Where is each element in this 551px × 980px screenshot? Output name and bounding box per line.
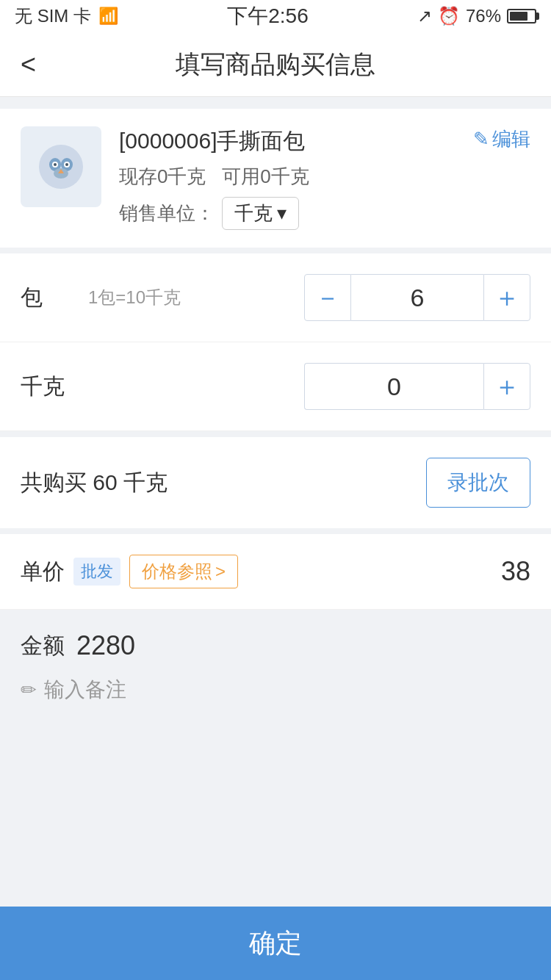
price-value: 38 [501,556,530,587]
amount-row: 金额 2280 [21,630,530,661]
kg-qty-controls: 0 ＋ [304,363,530,410]
unit-select[interactable]: 千克 ▾ [222,197,299,230]
chevron-right-icon: > [215,561,226,582]
total-row: 共购买 60 千克 录批次 [0,431,551,528]
kg-increment-button[interactable]: ＋ [483,363,530,410]
bag-qty-controls: － 6 ＋ [304,274,530,321]
note-placeholder: 输入备注 [44,676,126,704]
price-left: 单价 批发 价格参照 > [21,555,238,588]
total-text: 共购买 60 千克 [21,468,168,498]
back-button[interactable]: < [21,49,36,80]
confirm-bar[interactable]: 确定 [0,907,551,980]
battery-icon [507,9,536,24]
wifi-icon: 📶 [98,7,118,26]
kg-qty-row: 千克 0 ＋ [0,342,551,431]
batch-button[interactable]: 录批次 [426,458,530,508]
price-label: 单价 [21,557,65,587]
nav-bar: < 填写商品购买信息 [0,32,551,97]
amount-section: 金额 2280 ✏ 输入备注 [0,610,551,718]
kg-qty-input[interactable]: 0 [304,363,483,410]
location-icon: ↗ [417,6,432,26]
bag-qty-input[interactable]: 6 [351,274,483,321]
product-info: [0000006]手撕面包 ✎ 编辑 现存0千克 可用0千克 销售单位： 千克 … [119,126,530,230]
product-image [21,126,101,207]
pencil-icon: ✏ [21,679,37,702]
amount-value: 2280 [76,630,135,661]
status-left: 无 SIM 卡 📶 [15,4,118,28]
bag-label: 包 [21,283,79,313]
edit-icon: ✎ [473,128,489,151]
carrier-label: 无 SIM 卡 [15,4,91,28]
svg-point-6 [65,163,68,166]
batch-tag: 批发 [73,558,120,586]
page-title: 填写商品购买信息 [176,48,375,82]
product-unit-row: 销售单位： 千克 ▾ [119,197,530,230]
quantity-section: 包 1包=10千克 － 6 ＋ 千克 0 ＋ [0,253,551,431]
status-right: ↗ ⏰ 76% [417,6,536,26]
amount-label: 金额 [21,631,65,661]
note-row[interactable]: ✏ 输入备注 [21,676,530,704]
price-row: 单价 批发 价格参照 > 38 [21,555,530,588]
price-ref-button[interactable]: 价格参照 > [129,555,238,588]
product-card: [0000006]手撕面包 ✎ 编辑 现存0千克 可用0千克 销售单位： 千克 … [0,109,551,253]
bag-sublabel: 1包=10千克 [88,286,304,309]
edit-button[interactable]: ✎ 编辑 [473,126,530,152]
product-stock: 现存0千克 可用0千克 [119,164,530,190]
confirm-button-label: 确定 [249,926,302,962]
bag-decrement-button[interactable]: － [304,274,351,321]
status-time: 下午2:56 [227,2,309,30]
product-name: [0000006]手撕面包 [119,126,305,156]
svg-point-0 [39,145,83,189]
svg-point-5 [54,163,57,166]
kg-label: 千克 [21,372,79,402]
alarm-icon: ⏰ [438,6,460,26]
product-logo [35,141,87,192]
chevron-down-icon: ▾ [277,202,287,225]
price-section: 单价 批发 价格参照 > 38 [0,534,551,610]
bag-increment-button[interactable]: ＋ [483,274,530,321]
status-bar: 无 SIM 卡 📶 下午2:56 ↗ ⏰ 76% [0,0,551,32]
battery-percent: 76% [466,6,501,26]
bag-qty-row: 包 1包=10千克 － 6 ＋ [0,253,551,342]
